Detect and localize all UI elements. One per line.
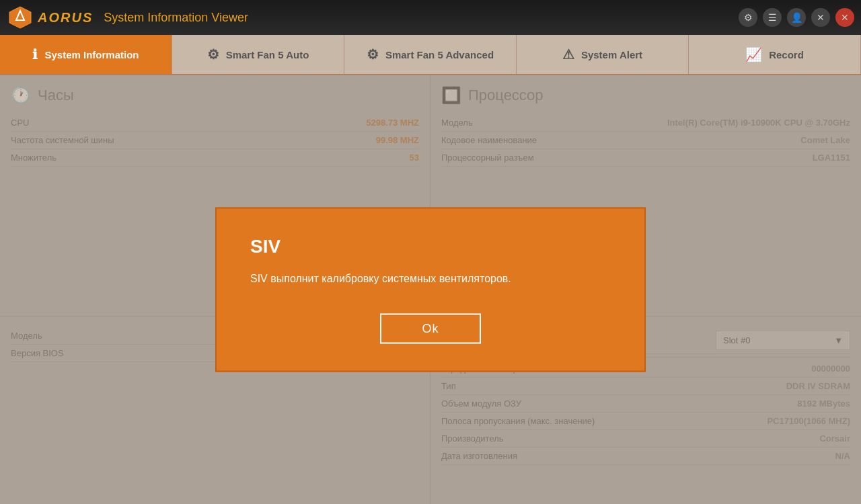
tab-system-alert[interactable]: ⚠ System Alert: [517, 35, 689, 74]
app-title: System Information Viewer: [104, 11, 248, 25]
system-alert-icon: ⚠: [562, 46, 574, 62]
tab-smart-fan-auto-label: Smart Fan 5 Auto: [226, 49, 309, 60]
close-button[interactable]: ✕: [835, 8, 854, 27]
tab-smart-fan-advanced[interactable]: ⚙ Smart Fan 5 Advanced: [344, 35, 517, 74]
dialog-buttons: Ok: [250, 314, 611, 344]
tab-system-info[interactable]: ℹ System Information: [0, 35, 172, 74]
tab-record[interactable]: 📈 Record: [689, 35, 861, 74]
list-button[interactable]: ☰: [763, 8, 782, 27]
dialog-message: SIV выполнит калибровку системных вентил…: [250, 271, 611, 287]
main-content: 🕐 Часы CPU 5298.73 MHZ Частота системной…: [0, 75, 861, 504]
minimize-button[interactable]: ✕: [811, 8, 830, 27]
tab-smart-fan-advanced-label: Smart Fan 5 Advanced: [385, 49, 494, 60]
smart-fan-advanced-icon: ⚙: [367, 46, 379, 62]
dialog-title: SIV: [250, 236, 611, 257]
tab-smart-fan-auto[interactable]: ⚙ Smart Fan 5 Auto: [172, 35, 344, 74]
aorus-brand: AORUS: [38, 10, 93, 26]
settings-button[interactable]: ⚙: [739, 8, 757, 27]
logo: AORUS System Information Viewer: [8, 5, 248, 30]
tab-record-label: Record: [769, 49, 804, 60]
tab-system-info-label: System Information: [44, 49, 139, 60]
smart-fan-auto-icon: ⚙: [207, 46, 219, 62]
user-button[interactable]: 👤: [787, 8, 806, 27]
nav-tabs: ℹ System Information ⚙ Smart Fan 5 Auto …: [0, 35, 861, 75]
system-info-icon: ℹ: [32, 46, 38, 62]
title-bar: AORUS System Information Viewer ⚙ ☰ 👤 ✕ …: [0, 0, 861, 35]
dialog: SIV SIV выполнит калибровку системных ве…: [215, 208, 646, 372]
aorus-logo-icon: [8, 5, 32, 30]
window-controls: ⚙ ☰ 👤 ✕ ✕: [739, 8, 854, 27]
record-icon: 📈: [745, 46, 762, 62]
tab-system-alert-label: System Alert: [581, 49, 642, 60]
ok-button[interactable]: Ok: [380, 314, 480, 344]
